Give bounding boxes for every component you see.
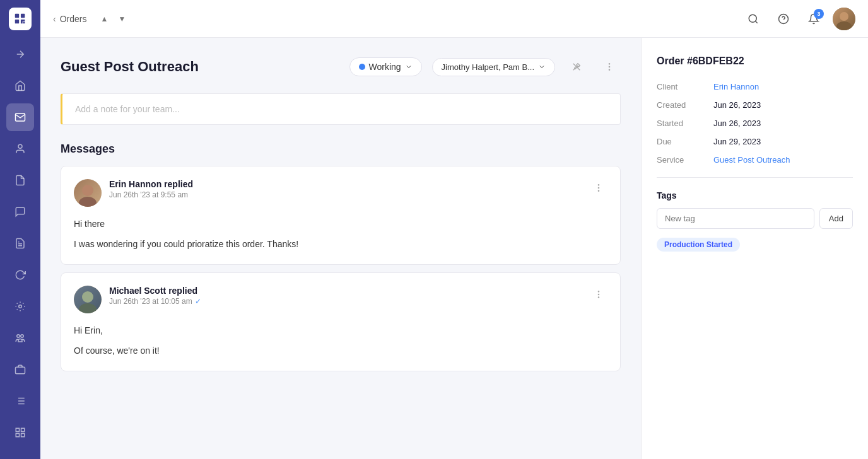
assignee-label: Jimothy Halpert, Pam B... <box>442 62 534 72</box>
order-id: Order #6BDFEB22 <box>657 55 853 67</box>
sidebar-item-integrations[interactable] <box>6 293 34 320</box>
sidebar-item-list[interactable] <box>6 387 34 415</box>
detail-row-created: Created Jun 26, 2023 <box>657 100 853 110</box>
msg-body-1: Hi there I was wondering if you could pr… <box>74 217 607 252</box>
msg-meta-2: Michael Scott replied Jun 26th '23 at 10… <box>109 286 582 306</box>
msg-menu-2[interactable] <box>590 286 607 303</box>
add-tag-button[interactable]: Add <box>819 208 853 229</box>
svg-point-33 <box>598 187 599 188</box>
sidebar-item-inbox[interactable] <box>6 103 34 131</box>
left-panel: Guest Post Outreach Working Jimothy Halp… <box>40 38 641 459</box>
svg-rect-17 <box>21 434 25 437</box>
svg-line-20 <box>755 21 757 23</box>
msg-meta-1: Erin Hannon replied Jun 26th '23 at 9:55… <box>109 179 582 199</box>
nav-up-arrow[interactable]: ▲ <box>97 11 112 26</box>
pin-button[interactable] <box>565 55 588 78</box>
sidebar-item-go[interactable] <box>6 40 34 68</box>
detail-row-due: Due Jun 29, 2023 <box>657 137 853 146</box>
svg-rect-0 <box>15 14 19 18</box>
svg-rect-1 <box>15 20 19 23</box>
svg-point-7 <box>19 305 22 308</box>
svg-point-35 <box>82 291 93 303</box>
detail-row-client: Client Erin Hannon <box>657 82 853 91</box>
sidebar-item-reports[interactable] <box>6 230 34 257</box>
breadcrumb-label: Orders <box>60 14 87 24</box>
sidebar-item-chat[interactable] <box>6 198 34 226</box>
status-dropdown[interactable]: Working <box>349 57 422 76</box>
svg-point-19 <box>749 15 756 22</box>
panel-divider <box>657 177 853 178</box>
messages-title: Messages <box>61 142 621 156</box>
svg-point-24 <box>836 21 852 30</box>
breadcrumb[interactable]: ‹ Orders <box>53 14 86 24</box>
svg-point-29 <box>82 185 93 196</box>
status-dot <box>359 64 365 70</box>
svg-point-38 <box>598 294 599 294</box>
sidebar-item-briefcase[interactable] <box>6 356 34 383</box>
sidebar-item-partners[interactable] <box>6 324 34 352</box>
topnav: ‹ Orders ▲ ▼ 3 <box>40 0 868 38</box>
search-button[interactable] <box>742 8 765 30</box>
app-logo[interactable] <box>9 8 32 30</box>
sidebar-item-contacts[interactable] <box>6 135 34 163</box>
tag-input-row: Add <box>657 208 853 229</box>
sidebar-item-home[interactable] <box>6 72 34 100</box>
right-panel: Order #6BDFEB22 Client Erin Hannon Creat… <box>641 38 868 459</box>
msg-author-1: Erin Hannon replied <box>109 179 582 189</box>
note-input[interactable]: Add a note for your team... <box>61 93 621 125</box>
assignee-chevron-icon <box>538 63 546 71</box>
svg-point-39 <box>598 297 599 298</box>
tag-input[interactable] <box>657 208 814 229</box>
main-area: ‹ Orders ▲ ▼ 3 Guest Post Ou <box>40 0 868 459</box>
detail-row-service: Service Guest Post Outreach <box>657 155 853 165</box>
sidebar-item-documents[interactable] <box>6 166 34 194</box>
svg-point-23 <box>840 12 848 21</box>
content-area: Guest Post Outreach Working Jimothy Halp… <box>40 38 868 459</box>
svg-point-37 <box>598 291 599 291</box>
sidebar <box>0 0 40 459</box>
assignee-dropdown[interactable]: Jimothy Halpert, Pam B... <box>432 58 555 76</box>
page-title: Guest Post Outreach <box>61 59 339 75</box>
detail-row-started: Started Jun 26, 2023 <box>657 119 853 128</box>
svg-rect-3 <box>23 22 25 24</box>
msg-menu-1[interactable] <box>590 179 607 197</box>
more-options-button[interactable] <box>598 55 621 78</box>
tag-chip-production-started[interactable]: Production Started <box>657 238 740 252</box>
msg-body-2: Hi Erin, Of course, we're on it! <box>74 323 607 358</box>
notifications-button[interactable]: 3 <box>802 8 825 30</box>
breadcrumb-chevron: ‹ <box>53 14 56 24</box>
michael-avatar <box>74 286 102 313</box>
erin-avatar <box>74 179 102 207</box>
detail-value-due: Jun 29, 2023 <box>713 137 761 146</box>
svg-point-26 <box>609 64 609 64</box>
msg-author-2: Michael Scott replied <box>109 286 582 296</box>
status-label: Working <box>369 62 401 72</box>
svg-rect-15 <box>16 428 19 431</box>
msg-time-2: Jun 26th '23 at 10:05 am ✓ <box>109 297 582 306</box>
detail-label-due: Due <box>657 137 713 146</box>
status-chevron-icon <box>405 63 413 71</box>
nav-down-arrow[interactable]: ▼ <box>114 11 129 26</box>
help-button[interactable] <box>772 8 795 30</box>
detail-value-started: Jun 26, 2023 <box>713 119 761 128</box>
detail-label-service: Service <box>657 155 713 165</box>
detail-label-client: Client <box>657 82 713 91</box>
svg-rect-8 <box>16 367 25 374</box>
tags-title: Tags <box>657 190 853 200</box>
msg-time-1: Jun 26th '23 at 9:55 am <box>109 190 582 199</box>
svg-rect-2 <box>21 14 25 18</box>
svg-point-28 <box>609 69 609 70</box>
notification-badge: 3 <box>814 9 824 19</box>
detail-value-created: Jun 26, 2023 <box>713 100 761 110</box>
sidebar-item-grid[interactable] <box>6 419 34 446</box>
sidebar-item-refresh[interactable] <box>6 261 34 289</box>
svg-rect-18 <box>16 434 19 437</box>
svg-point-4 <box>18 144 22 148</box>
read-check-icon: ✓ <box>195 297 201 306</box>
svg-point-30 <box>79 197 97 207</box>
svg-rect-16 <box>21 428 25 431</box>
message-card-2: Michael Scott replied Jun 26th '23 at 10… <box>61 272 621 371</box>
user-avatar[interactable] <box>833 8 855 30</box>
detail-value-service[interactable]: Guest Post Outreach <box>713 155 790 165</box>
detail-value-client[interactable]: Erin Hannon <box>713 82 759 91</box>
